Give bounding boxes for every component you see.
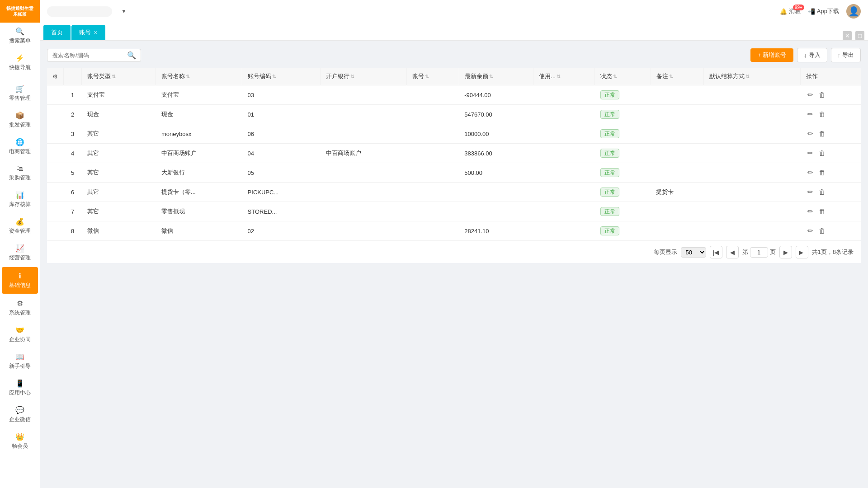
col-header-num bbox=[64, 68, 82, 85]
first-page-button[interactable]: |◀ bbox=[710, 246, 722, 258]
sidebar-item-company[interactable]: 🤝 企业协同 bbox=[0, 321, 40, 348]
gear-icon: ⚙ bbox=[17, 299, 23, 308]
sidebar-item-search[interactable]: 🔍 搜索菜单 bbox=[0, 23, 40, 49]
row-account bbox=[406, 124, 459, 144]
edit-button[interactable]: ✏ bbox=[806, 206, 815, 216]
table-row: 4 其它 中百商场账户 04 中百商场账户 383866.00 正常 ✏ 🗑 bbox=[47, 144, 861, 163]
col-header-settlement[interactable]: 默认结算方式⇅ bbox=[704, 68, 800, 85]
next-page-button[interactable]: ▶ bbox=[779, 246, 792, 258]
row-bank bbox=[321, 221, 407, 241]
search-input[interactable] bbox=[52, 52, 124, 59]
add-account-button[interactable]: + 新增账号 bbox=[750, 48, 793, 62]
delete-button[interactable]: 🗑 bbox=[817, 206, 827, 216]
edit-button[interactable]: ✏ bbox=[806, 168, 815, 178]
maximize-button[interactable]: □ bbox=[855, 31, 864, 40]
row-actions: ✏ 🗑 bbox=[800, 163, 861, 183]
edit-button[interactable]: ✏ bbox=[806, 187, 815, 197]
logo-text: 畅捷通财生意 乐账版 bbox=[6, 5, 33, 17]
delete-button[interactable]: 🗑 bbox=[817, 187, 827, 197]
tab-home[interactable]: 首页 bbox=[43, 25, 71, 40]
search-icon: 🔍 bbox=[15, 27, 24, 36]
row-code: PICKUPC... bbox=[242, 183, 321, 202]
row-settlement bbox=[704, 85, 800, 105]
phone-icon: 📲 bbox=[808, 8, 815, 15]
avatar[interactable]: 👤 bbox=[846, 4, 861, 19]
page-number-input[interactable] bbox=[750, 247, 768, 258]
col-header-status[interactable]: 状态⇅ bbox=[595, 68, 651, 85]
sidebar-item-ecommerce[interactable]: 🌐 电商管理 bbox=[0, 133, 40, 160]
search-container[interactable]: 🔍 bbox=[47, 49, 141, 62]
delete-button[interactable]: 🗑 bbox=[817, 148, 827, 158]
row-remark bbox=[651, 124, 704, 144]
notification-button[interactable]: 🔔 消息 99+ bbox=[780, 7, 801, 15]
import-button[interactable]: ↓ 导入 bbox=[797, 48, 827, 62]
delete-button[interactable]: 🗑 bbox=[817, 129, 827, 138]
edit-button[interactable]: ✏ bbox=[806, 226, 815, 236]
row-type: 其它 bbox=[82, 202, 156, 221]
col-header-bank[interactable]: 开户银行⇅ bbox=[321, 68, 407, 85]
export-button[interactable]: ↑ 导出 bbox=[831, 48, 861, 62]
row-num: 6 bbox=[64, 183, 82, 202]
row-usage bbox=[533, 144, 595, 163]
sidebar-item-finance[interactable]: 💰 资金管理 bbox=[0, 213, 40, 239]
sidebar-item-system[interactable]: ⚙ 系统管理 bbox=[0, 295, 40, 321]
row-balance: -90444.00 bbox=[459, 85, 533, 105]
shopping-icon: 🛍 bbox=[16, 164, 24, 173]
row-remark bbox=[651, 105, 704, 124]
row-balance: 383866.00 bbox=[459, 144, 533, 163]
sidebar-item-wholesale[interactable]: 📦 批发管理 bbox=[0, 107, 40, 133]
row-type: 现金 bbox=[82, 105, 156, 124]
col-header-code[interactable]: 账号编码⇅ bbox=[242, 68, 321, 85]
delete-button[interactable]: 🗑 bbox=[817, 109, 827, 119]
edit-button[interactable]: ✏ bbox=[806, 109, 815, 119]
col-header-name[interactable]: 账号名称⇅ bbox=[156, 68, 242, 85]
tab-account[interactable]: 账号 ✕ bbox=[71, 25, 105, 40]
row-bank bbox=[321, 85, 407, 105]
row-gear bbox=[47, 105, 64, 124]
row-type: 其它 bbox=[82, 183, 156, 202]
row-name: 大新银行 bbox=[156, 163, 242, 183]
row-name: 提货卡（零... bbox=[156, 183, 242, 202]
last-page-button[interactable]: ▶| bbox=[796, 246, 808, 258]
global-search[interactable] bbox=[47, 6, 112, 17]
col-header-type[interactable]: 账号类型⇅ bbox=[82, 68, 156, 85]
minimize-button[interactable]: ✕ bbox=[843, 31, 852, 40]
row-balance: 500.00 bbox=[459, 163, 533, 183]
sidebar-item-quicknav[interactable]: ⚡ 快捷导航 bbox=[0, 49, 40, 76]
col-header-usage[interactable]: 使用...⇅ bbox=[533, 68, 595, 85]
sidebar-item-wechat[interactable]: 💬 企业微信 bbox=[0, 401, 40, 428]
status-badge: 正常 bbox=[600, 110, 619, 119]
app-download-button[interactable]: 📲 App下载 bbox=[808, 7, 839, 15]
status-badge: 正常 bbox=[600, 129, 619, 138]
edit-button[interactable]: ✏ bbox=[806, 129, 815, 139]
sidebar-item-operations[interactable]: 📈 经营管理 bbox=[0, 239, 40, 266]
delete-button[interactable]: 🗑 bbox=[817, 226, 827, 235]
delete-button[interactable]: 🗑 bbox=[817, 90, 827, 99]
edit-button[interactable]: ✏ bbox=[806, 148, 815, 158]
sidebar-item-member[interactable]: 👑 畅会员 bbox=[0, 428, 40, 455]
sidebar-item-guide[interactable]: 📖 新手引导 bbox=[0, 348, 40, 375]
sidebar-item-appcenter[interactable]: 📱 应用中心 bbox=[0, 375, 40, 401]
col-header-remark[interactable]: 备注⇅ bbox=[651, 68, 704, 85]
dropdown-button[interactable]: ▼ bbox=[121, 8, 127, 14]
account-table-container: ⚙ 账号类型⇅ 账号名称⇅ 账号编码⇅ 开户银行⇅ 账号⇅ 最新余额⇅ 使用..… bbox=[47, 68, 861, 241]
row-balance bbox=[459, 183, 533, 202]
prev-page-button[interactable]: ◀ bbox=[726, 246, 739, 258]
tab-close-icon[interactable]: ✕ bbox=[94, 30, 98, 36]
sidebar-divider bbox=[0, 78, 40, 78]
delete-button[interactable]: 🗑 bbox=[817, 168, 827, 177]
page-size-dropdown[interactable]: 50 100 bbox=[681, 247, 706, 258]
sidebar-item-retail[interactable]: 🛒 零售管理 bbox=[0, 80, 40, 107]
col-header-account[interactable]: 账号⇅ bbox=[406, 68, 459, 85]
sidebar-item-purchase[interactable]: 🛍 采购管理 bbox=[0, 160, 40, 186]
page-size-select[interactable]: 50 100 bbox=[681, 247, 706, 258]
sidebar-item-inventory[interactable]: 📊 库存核算 bbox=[0, 186, 40, 213]
global-search-input[interactable] bbox=[52, 8, 107, 15]
edit-button[interactable]: ✏ bbox=[806, 90, 815, 100]
col-header-gear[interactable]: ⚙ bbox=[47, 68, 64, 85]
col-header-balance[interactable]: 最新余额⇅ bbox=[459, 68, 533, 85]
row-type: 其它 bbox=[82, 163, 156, 183]
export-label: 导出 bbox=[842, 51, 854, 59]
sidebar-item-basic[interactable]: ℹ 基础信息 bbox=[2, 267, 38, 294]
table-header-row: ⚙ 账号类型⇅ 账号名称⇅ 账号编码⇅ 开户银行⇅ 账号⇅ 最新余额⇅ 使用..… bbox=[47, 68, 861, 85]
